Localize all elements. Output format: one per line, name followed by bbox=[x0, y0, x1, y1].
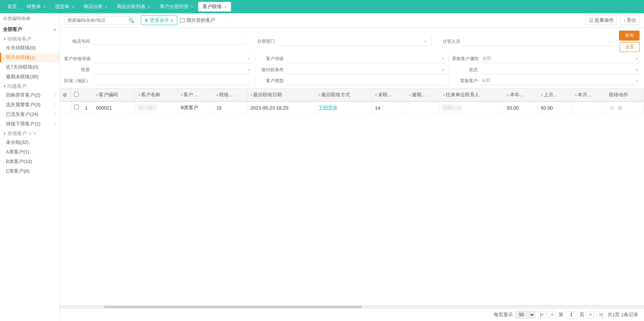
action-phone-icon[interactable]: ☏ bbox=[609, 105, 616, 111]
per-page-select[interactable]: 50 100 200 bbox=[515, 311, 535, 319]
nav-purchase-close[interactable]: × bbox=[71, 4, 74, 9]
filter-dept-select[interactable]: ∨ bbox=[277, 37, 428, 46]
col-this-year[interactable]: ≡本年... bbox=[504, 89, 538, 101]
filter-nature-select[interactable]: ∨ bbox=[92, 65, 252, 74]
my-customers-checkbox[interactable] bbox=[180, 18, 185, 23]
row-checkbox[interactable] bbox=[74, 105, 79, 110]
nav-sales[interactable]: 销售单 × bbox=[22, 2, 50, 11]
first-page-btn[interactable]: |< bbox=[538, 311, 546, 318]
nav-home[interactable]: 首页 bbox=[3, 2, 21, 11]
h-scrollbar[interactable] bbox=[60, 305, 644, 308]
sidebar-item-abnormal[interactable]: 回购异常客户(2) ? bbox=[0, 90, 59, 100]
select-all-checkbox[interactable] bbox=[74, 92, 79, 97]
export-btn[interactable]: ↑ 导出 bbox=[620, 15, 640, 25]
payment-arrow-icon: ∨ bbox=[442, 68, 444, 72]
col-code[interactable]: ≡客户编码 bbox=[93, 89, 135, 101]
sidebar-item-today[interactable]: 今天待联络(0) bbox=[0, 43, 59, 53]
cell-unit-contact: 联系人名 bbox=[440, 101, 504, 114]
sidebar-item-ungrouped[interactable]: 未分组(32) bbox=[0, 138, 59, 147]
cell-checkbox[interactable] bbox=[71, 101, 82, 114]
dept-arrow-icon: ∨ bbox=[424, 39, 427, 43]
filter-price-level-select[interactable]: ∨ bbox=[93, 54, 252, 63]
col-checkbox[interactable] bbox=[71, 89, 82, 101]
filter-customer-type-select[interactable] bbox=[286, 76, 445, 85]
set-btn[interactable]: 设置 bbox=[620, 42, 640, 52]
nav-customer-contact[interactable]: 客户联络 × bbox=[198, 2, 231, 11]
col-overdue[interactable]: ≡逾期... bbox=[406, 89, 440, 101]
filter-customer-level-select[interactable]: ∨ bbox=[286, 54, 445, 63]
cell-last-month: 50.00 bbox=[538, 101, 572, 114]
cell-last-method[interactable]: 下销货单 bbox=[315, 101, 372, 114]
collapse-icon[interactable]: « bbox=[53, 27, 56, 32]
filter-zero-attr-select[interactable]: 全部 ∨ bbox=[481, 54, 640, 63]
last-page-btn[interactable]: >| bbox=[596, 311, 605, 318]
sidebar-search-container: 🔍 bbox=[0, 13, 59, 24]
cell-this-year: 50.00 bbox=[504, 101, 538, 114]
main-search-input[interactable] bbox=[67, 18, 127, 23]
value-refresh-icon[interactable]: ↻ bbox=[28, 131, 32, 136]
sidebar-item-class-b[interactable]: B类客户(33) bbox=[0, 157, 59, 166]
col-contact[interactable]: ≡联络... bbox=[213, 89, 247, 101]
filter-dept: 分管部门 ∨ bbox=[249, 37, 428, 46]
col-no-contact[interactable]: ≡未联... bbox=[372, 89, 406, 101]
query-btn[interactable]: 查询 bbox=[619, 31, 640, 41]
my-customers-checkbox-label[interactable]: 我分管的客户 bbox=[180, 17, 215, 24]
more-filter-btn[interactable]: ▼ 更多条件 ∧ bbox=[141, 15, 177, 25]
col-gear[interactable]: ⚙ bbox=[60, 89, 71, 101]
filter-payment-select[interactable]: ∨ bbox=[286, 65, 445, 74]
filter-area-select[interactable]: … bbox=[93, 76, 252, 85]
sidebar-item-declining[interactable]: 持续下滑客户(2) ? bbox=[0, 119, 59, 129]
filter-zero-customer-select[interactable]: 全部 ∨ bbox=[480, 76, 640, 85]
sidebar-group-value: 价值客户 ↻ ✎ bbox=[0, 129, 59, 138]
sidebar-search-input[interactable] bbox=[3, 16, 58, 21]
filter-row-1: 电话号码 分管部门 ∨ 分管人员 … bbox=[64, 31, 640, 52]
customer-table: ⚙ ≡客户编码 ≡客户名称 ≡客户... ≡联络... ≡最后联络日期 ≡最后联… bbox=[60, 89, 644, 114]
col-last-month[interactable]: ≡上月... bbox=[538, 89, 572, 101]
col-last-date[interactable]: ≡最后联络日期 bbox=[247, 89, 315, 101]
sidebar-all-customers[interactable]: 全部客户 « bbox=[0, 24, 59, 34]
main-search-box: 🔍 bbox=[64, 16, 138, 25]
sidebar-item-churned[interactable]: 已流失客户(24) ? bbox=[0, 110, 59, 119]
nav-purchase[interactable]: 进货单 × bbox=[50, 2, 78, 11]
nav-customer-contact-close[interactable]: × bbox=[224, 4, 226, 9]
cell-overdue bbox=[406, 101, 440, 114]
prev-page-btn[interactable]: < bbox=[549, 311, 556, 318]
next-page-btn[interactable]: > bbox=[587, 311, 594, 318]
filter-customer-level: 客户等级 ∨ bbox=[258, 54, 445, 63]
filter-status-select[interactable]: ∨ bbox=[480, 65, 640, 74]
table-container: ⚙ ≡客户编码 ≡客户名称 ≡客户... ≡联络... ≡最后联络日期 ≡最后联… bbox=[60, 89, 644, 305]
nav-analysis-close[interactable]: × bbox=[105, 4, 107, 9]
col-name[interactable]: ≡客户名称 bbox=[135, 89, 178, 101]
nav-analysis-list[interactable]: 商品分析列表 × bbox=[112, 2, 154, 11]
nav-analysis-list-close[interactable]: × bbox=[148, 4, 150, 9]
col-unit-contact[interactable]: ≡往来单位联系人 bbox=[440, 89, 504, 101]
col-type[interactable]: ≡客户... bbox=[178, 89, 213, 101]
action-grid-icon[interactable]: ⊞ bbox=[618, 105, 622, 111]
sidebar-item-overdue[interactable]: 逾期未联络(30) bbox=[0, 72, 59, 82]
sidebar-item-tomorrow[interactable]: 明天待联络(1) bbox=[0, 53, 59, 62]
sidebar-item-churn-warn[interactable]: 流失预警客户(3) ? bbox=[0, 100, 59, 110]
person-arrow-icon: … bbox=[608, 39, 612, 43]
page-number-input[interactable] bbox=[566, 311, 577, 318]
filter-person-select[interactable]: … bbox=[462, 37, 613, 46]
nav-analysis[interactable]: 商品分析 × bbox=[79, 2, 112, 11]
zero-customer-arrow-icon: ∨ bbox=[636, 79, 638, 83]
nav-sales-close[interactable]: × bbox=[43, 4, 45, 9]
col-last-method[interactable]: ≡最后联络方式 bbox=[315, 89, 372, 101]
filter-zero-attr: 零散客户属性 全部 ∨ bbox=[452, 54, 640, 63]
sidebar-item-class-a[interactable]: A类客户(1) bbox=[0, 147, 59, 157]
sidebar-item-class-c[interactable]: C类客户(6) bbox=[0, 166, 59, 176]
cell-no-contact: 14 bbox=[372, 101, 406, 114]
filter-phone-input[interactable] bbox=[92, 38, 243, 45]
main-search-icon[interactable]: 🔍 bbox=[129, 18, 134, 23]
value-edit-icon[interactable]: ✎ bbox=[33, 131, 36, 136]
col-this-month[interactable]: ≡本月... bbox=[572, 89, 606, 101]
question-icon-2: ? bbox=[54, 103, 56, 107]
h-scrollbar-thumb[interactable] bbox=[104, 306, 362, 308]
batch-btn[interactable]: ☑ 批量操作 bbox=[586, 15, 617, 25]
nav-customer-layer[interactable]: 客户分层经营 × bbox=[155, 2, 197, 11]
filter-row-3: 性质 ∨ 收付款条件 ∨ 状态 bbox=[64, 65, 640, 74]
toolbar: 🔍 ▼ 更多条件 ∧ 我分管的客户 ☑ 批量操作 ↑ 导出 bbox=[60, 13, 644, 28]
sidebar-item-7days[interactable]: 近7天待联络(0) bbox=[0, 62, 59, 72]
nav-customer-layer-close[interactable]: × bbox=[191, 4, 193, 9]
